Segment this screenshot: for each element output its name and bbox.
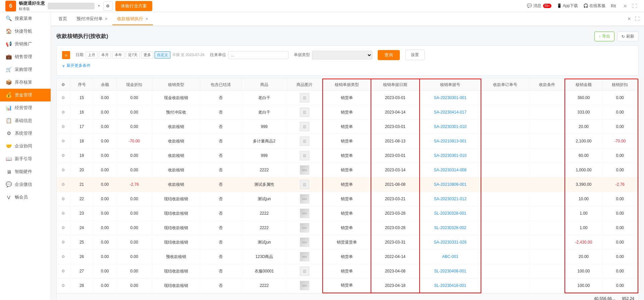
table-settings-button[interactable]: 设置 bbox=[405, 50, 425, 60]
row-gear-icon[interactable]: ⚙ bbox=[61, 197, 65, 201]
col-receipt-condition-cell bbox=[529, 235, 565, 250]
tab-prepay[interactable]: 预付冲应付单 ✕ bbox=[72, 13, 112, 25]
col-receipt-condition-cell bbox=[529, 120, 565, 134]
product-img: 🖼 bbox=[300, 180, 309, 189]
row-gear-icon[interactable]: ⚙ bbox=[61, 139, 65, 143]
window-close-button[interactable]: ✕ bbox=[621, 2, 629, 10]
col-balance-cell: 0.00 bbox=[93, 206, 116, 221]
bill-no-link[interactable]: SA-20230414-017 bbox=[434, 110, 467, 115]
date-btn-more[interactable]: 更多 bbox=[141, 51, 153, 58]
bill-no-link[interactable]: SA-20230301-001 bbox=[434, 95, 467, 100]
row-gear-icon[interactable]: ⚙ bbox=[61, 153, 65, 158]
export-button[interactable]: ↑ 导出 bbox=[594, 32, 614, 41]
col-product-img-cell: IMG bbox=[287, 221, 323, 235]
col-include-settled-cell: 否 bbox=[200, 134, 241, 148]
col-cancel-discount-cell: 0.00 bbox=[602, 235, 638, 250]
sidebar-item-10[interactable]: 🤝企业协同 bbox=[0, 140, 51, 153]
row-gear-icon[interactable]: ⚙ bbox=[61, 240, 65, 245]
tab-bar-expand-button[interactable]: ⛶ bbox=[633, 15, 641, 23]
date-btn-7days[interactable]: 近7天 bbox=[126, 51, 140, 58]
bill-no-link[interactable]: SA-20230331-026 bbox=[434, 240, 467, 245]
bill-no-link[interactable]: SA-20230321-012 bbox=[434, 197, 467, 201]
online-service-link[interactable]: 🎧 在线客服 bbox=[583, 3, 605, 9]
sidebar-item-3[interactable]: 💼销售管理 bbox=[0, 50, 51, 63]
tab-prepay-label: 预付冲应付单 bbox=[76, 16, 103, 22]
window-maximize-button[interactable]: ⛶ bbox=[631, 2, 639, 10]
sidebar-item-11[interactable]: 📖新手引导 bbox=[0, 153, 51, 165]
bill-no-link[interactable]: SL-20230328-002 bbox=[434, 225, 466, 230]
expand-more-button[interactable]: ∨ 展开更多条件 bbox=[62, 63, 633, 69]
col-bill-no-cell: SA-20210808-001 bbox=[420, 177, 481, 192]
row-gear-icon[interactable]: ⚙ bbox=[61, 168, 65, 172]
table-footer: 40,556,66... 952.24 bbox=[57, 293, 638, 300]
sidebar-item-4[interactable]: 🛒采购管理 bbox=[0, 63, 51, 76]
bill-no-link[interactable]: SA-20210813-001 bbox=[434, 139, 467, 143]
bill-no-link[interactable]: SA-20230301-010 bbox=[434, 124, 467, 129]
bill-no-link[interactable]: SL-20230408-001 bbox=[434, 269, 466, 273]
row-gear-icon[interactable]: ⚙ bbox=[61, 225, 65, 230]
sidebar-item-8[interactable]: 📋基础信息 bbox=[0, 114, 51, 127]
filter-toggle-button[interactable]: » bbox=[62, 51, 70, 59]
col-cash-discount-cell: -2.76 bbox=[116, 177, 152, 192]
col-gear-header[interactable]: ⚙ bbox=[57, 79, 70, 91]
row-gear-icon[interactable]: ⚙ bbox=[61, 124, 65, 129]
date-btn-this-month[interactable]: 本月 bbox=[99, 51, 111, 58]
from-unit-input[interactable] bbox=[228, 51, 288, 59]
query-button[interactable]: 查询 bbox=[378, 50, 400, 60]
sidebar-item-9[interactable]: ⚙系统管理 bbox=[0, 127, 51, 140]
bill-no-link[interactable]: SA-20230314-008 bbox=[434, 168, 467, 172]
col-cancel-amount-cell: 3,390.00 bbox=[565, 177, 602, 192]
col-include-settled-cell: 否 bbox=[200, 148, 241, 163]
col-cancel-type-cell: 收款核销 bbox=[152, 163, 200, 177]
sidebar: 🔍搜索菜单🏠快捷导航📢营销推广💼销售管理🛒采购管理📦库存核算💰资金管理📊经营管理… bbox=[0, 12, 51, 300]
date-btn-last-month[interactable]: 上月 bbox=[86, 51, 98, 58]
sidebar-item-5[interactable]: 📦库存核算 bbox=[0, 76, 51, 89]
date-btn-custom[interactable]: 自定义 bbox=[155, 51, 170, 58]
tab-home[interactable]: 首页 bbox=[54, 13, 72, 25]
sidebar-label-2: 营销推广 bbox=[15, 41, 32, 47]
tab-cancel-close[interactable]: ✕ bbox=[145, 17, 148, 21]
tab-prepay-close[interactable]: ✕ bbox=[105, 17, 108, 21]
sidebar-item-13[interactable]: 💬企业微信 bbox=[0, 178, 51, 191]
sidebar-item-0[interactable]: 🔍搜索菜单 bbox=[0, 12, 51, 25]
sidebar-item-6[interactable]: 💰资金管理 bbox=[0, 89, 51, 101]
bill-no-link[interactable]: SA-20210808-001 bbox=[434, 182, 467, 187]
sidebar-item-1[interactable]: 🏠快捷导航 bbox=[0, 25, 51, 38]
tab-cancel[interactable]: 收款核销执行 ✕ bbox=[112, 13, 153, 25]
row-gear-icon[interactable]: ⚙ bbox=[61, 283, 65, 288]
row-gear-icon[interactable]: ⚙ bbox=[61, 110, 65, 115]
col-balance-cell: 0.00 bbox=[93, 148, 116, 163]
tab-bar-close-button[interactable]: ✕ bbox=[625, 15, 633, 23]
col-no-header: 序号 bbox=[70, 79, 93, 91]
sidebar-item-7[interactable]: 📊经营管理 bbox=[0, 101, 51, 114]
row-gear-icon[interactable]: ⚙ bbox=[61, 182, 65, 187]
company-name-blurred bbox=[48, 3, 95, 9]
col-balance-cell: 0.00 bbox=[93, 177, 116, 192]
col-receipt-order-cell bbox=[481, 134, 529, 148]
settings-gear-button[interactable]: ⚙ bbox=[103, 1, 113, 11]
bill-no-link[interactable]: ABC-001 bbox=[442, 254, 459, 259]
bill-no-link[interactable]: SL-20230328-001 bbox=[434, 211, 466, 216]
industry-solution-button[interactable]: 体验行业方案 bbox=[115, 1, 152, 11]
col-cancel-amount-cell: 60.00 bbox=[565, 148, 602, 163]
bill-no-link[interactable]: SA-20230301-010 bbox=[434, 153, 467, 158]
col-product-img-cell: 🖼 bbox=[287, 91, 323, 105]
window-controls: ✕ ⛶ bbox=[621, 2, 639, 10]
row-gear-icon[interactable]: ⚙ bbox=[61, 254, 65, 259]
sidebar-item-14[interactable]: V畅会员 bbox=[0, 191, 51, 204]
col-include-settled-header: 包含已结清 bbox=[200, 79, 241, 91]
date-btn-this-year[interactable]: 本年 bbox=[112, 51, 124, 58]
refresh-button[interactable]: ↻ 刷新 bbox=[617, 32, 639, 41]
bill-no-link[interactable]: SL-20230418-001 bbox=[434, 283, 466, 288]
col-receipt-order-cell bbox=[481, 163, 529, 177]
col-balance-cell: 0.00 bbox=[93, 120, 116, 134]
row-gear-icon[interactable]: ⚙ bbox=[61, 211, 65, 216]
row-gear-icon[interactable]: ⚙ bbox=[61, 269, 65, 273]
dropdown-icon[interactable]: ▼ bbox=[97, 4, 101, 8]
receipt-type-select[interactable] bbox=[312, 51, 372, 59]
sidebar-item-2[interactable]: 📢营销推广 bbox=[0, 38, 51, 50]
row-gear-icon[interactable]: ⚙ bbox=[61, 95, 65, 100]
sidebar-item-12[interactable]: 🖥智能硬件 bbox=[0, 165, 51, 178]
messages-link[interactable]: 💬 消息 99+ bbox=[527, 3, 551, 9]
app-download-link[interactable]: 📱 App下载 bbox=[557, 3, 578, 9]
